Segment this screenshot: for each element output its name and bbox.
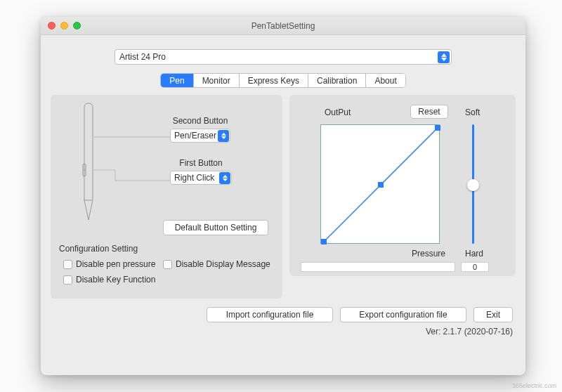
- checkbox-icon: [163, 260, 172, 269]
- hard-label: Hard: [465, 249, 483, 259]
- checkbox-disable-pressure[interactable]: Disable pen pressure: [63, 259, 155, 269]
- checkbox-disable-key-fn[interactable]: Disable Key Function: [63, 275, 155, 285]
- tab-calibration[interactable]: Calibration: [308, 74, 366, 87]
- second-button-select[interactable]: Pen/Eraser: [170, 129, 230, 143]
- curve-handle-icon: [321, 239, 327, 244]
- version-label: Ver: 2.1.7 (2020-07-16): [51, 327, 516, 337]
- svg-marker-6: [221, 136, 226, 139]
- checkbox-label: Disable Key Function: [76, 275, 155, 285]
- first-button-value: Right Click: [174, 173, 214, 183]
- checkbox-icon: [63, 275, 72, 285]
- pressure-curve-panel: OutPut Reset Pressure Soft Hard 0: [289, 95, 516, 276]
- config-setting-heading: Configuration Setting: [59, 244, 138, 254]
- chevron-updown-icon: [218, 130, 229, 142]
- tab-monitor[interactable]: Monitor: [194, 74, 240, 87]
- export-config-button[interactable]: Export configuration file: [340, 307, 466, 322]
- device-select-value: Artist 24 Pro: [119, 52, 166, 62]
- app-window: PenTabletSetting Artist 24 Pro Pen Monit…: [41, 17, 525, 375]
- chevron-updown-icon: [438, 51, 450, 63]
- tab-about[interactable]: About: [366, 74, 405, 87]
- pressure-readout-bar: [301, 262, 455, 272]
- checkbox-label: Disable Display Message: [176, 259, 270, 269]
- exit-button[interactable]: Exit: [473, 307, 513, 322]
- first-button-select[interactable]: Right Click: [170, 171, 232, 185]
- output-label: OutPut: [325, 107, 351, 117]
- pressure-curve-chart[interactable]: [320, 124, 440, 244]
- soft-label: Soft: [465, 107, 480, 117]
- reset-button[interactable]: Reset: [410, 105, 448, 119]
- checkbox-icon: [63, 260, 72, 269]
- content-area: Artist 24 Pro Pen Monitor Express Keys C…: [41, 35, 525, 341]
- titlebar: PenTabletSetting: [41, 17, 525, 35]
- import-config-button[interactable]: Import configuration file: [207, 307, 333, 322]
- svg-marker-5: [221, 133, 226, 136]
- svg-marker-7: [223, 175, 228, 178]
- tab-pen[interactable]: Pen: [161, 74, 193, 87]
- svg-marker-1: [441, 58, 447, 61]
- pressure-readout-value: 0: [461, 262, 489, 272]
- checkbox-label: Disable pen pressure: [76, 259, 155, 269]
- default-button-setting[interactable]: Default Button Setting: [163, 220, 268, 235]
- device-select[interactable]: Artist 24 Pro: [115, 49, 452, 65]
- chevron-updown-icon: [219, 172, 230, 184]
- curve-handle-icon: [378, 182, 384, 188]
- tab-express-keys[interactable]: Express Keys: [240, 74, 308, 87]
- sensitivity-slider-knob[interactable]: [467, 179, 479, 191]
- svg-marker-0: [441, 53, 447, 57]
- checkbox-disable-display-msg[interactable]: Disable Display Message: [163, 259, 270, 269]
- window-title: PenTabletSetting: [41, 21, 525, 31]
- second-button-value: Pen/Eraser: [174, 131, 216, 141]
- pressure-axis-label: Pressure: [412, 249, 445, 259]
- tab-strip: Pen Monitor Express Keys Calibration Abo…: [160, 73, 405, 88]
- svg-marker-8: [223, 178, 228, 181]
- second-button-label: Second Button: [170, 116, 230, 126]
- watermark: 365electric.com: [512, 382, 556, 389]
- pen-settings-panel: Second Button Pen/Eraser First Button Ri…: [51, 95, 282, 299]
- curve-handle-icon: [435, 125, 440, 131]
- first-button-label: First Button: [170, 158, 232, 168]
